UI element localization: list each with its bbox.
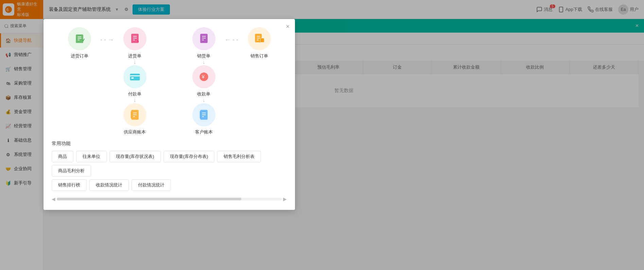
payment-bill-label: 付款单 (128, 91, 141, 97)
purchase-order-label: 进货订单 (71, 53, 88, 59)
down-arrow-1 (58, 59, 100, 65)
common-functions-section: 常用功能 商品 往来单位 现存量(库存状况表) 现存量(库存分布表) 销售毛利分… (52, 141, 287, 191)
flow-customer-ledger[interactable]: 客户账本 (183, 103, 225, 135)
scrollbar-thumb (57, 198, 241, 200)
common-btn-sales-profit[interactable]: 销售毛利分析表 (217, 151, 261, 162)
arrow-sales-order-to-bill: ← - - (225, 36, 238, 50)
flow-gap-1 (156, 40, 183, 47)
flow-purchase-bill[interactable]: 进货单 (114, 27, 156, 59)
flow-sales-bill[interactable]: 销货单 (183, 27, 225, 59)
modal-scrollbar-container: ◀ ▶ (52, 196, 287, 202)
svg-rect-34 (130, 74, 140, 80)
flow-receipt-bill[interactable]: ¥ 收款单 (183, 65, 225, 97)
common-btn-payment-stats[interactable]: 付款情况统计 (132, 179, 171, 191)
modal-close-button[interactable]: × (286, 23, 290, 30)
common-btn-stock-status[interactable]: 现存量(库存状况表) (109, 151, 161, 162)
down-arrow-2: ↓ (114, 59, 156, 65)
receipt-bill-label: 收款单 (197, 91, 210, 97)
svg-rect-33 (260, 38, 264, 42)
supplier-ledger-icon (123, 103, 146, 126)
receipt-bill-icon: ¥ (192, 65, 215, 88)
arrow-purchase-order-to-bill: - - → (100, 36, 114, 50)
common-btn-product[interactable]: 商品 (52, 151, 73, 162)
common-btn-stock-dist[interactable]: 现存量(库存分布表) (163, 151, 215, 162)
common-buttons-row1: 商品 往来单位 现存量(库存状况表) 现存量(库存分布表) 销售毛利分析表 商品… (52, 151, 287, 177)
purchase-bill-icon (123, 27, 146, 50)
modal-overlay[interactable]: × 进货订单 - - → 进货单 (0, 0, 644, 270)
quick-nav-modal: × 进货订单 - - → 进货单 (43, 19, 295, 210)
svg-rect-40 (130, 111, 132, 119)
flow-supplier-ledger[interactable]: 供应商账本 (114, 103, 156, 135)
scrollbar-track[interactable] (57, 198, 282, 200)
svg-text:¥: ¥ (201, 74, 205, 79)
supplier-ledger-label: 供应商账本 (124, 129, 146, 135)
flow-payment-bill[interactable]: 付款单 (114, 65, 156, 97)
sales-bill-icon (192, 27, 215, 50)
purchase-bill-label: 进货单 (128, 53, 141, 59)
sales-order-label: 销售订单 (250, 53, 268, 59)
common-btn-product-profit[interactable]: 商品毛利分析 (52, 165, 91, 177)
scroll-left-button[interactable]: ◀ (52, 196, 55, 202)
payment-bill-icon (123, 65, 146, 88)
down-arrow-4: ↓ (114, 97, 156, 103)
purchase-order-icon (68, 27, 91, 50)
svg-rect-36 (131, 77, 134, 79)
customer-ledger-label: 客户账本 (195, 129, 213, 135)
common-buttons-row2: 销售排行榜 收款情况统计 付款情况统计 (52, 179, 287, 191)
svg-rect-45 (199, 111, 201, 119)
down-arrow-3: ↓ (183, 59, 225, 65)
common-btn-counterpart[interactable]: 往来单位 (76, 151, 107, 162)
down-arrow-5: ↓ (183, 97, 225, 103)
sales-order-icon (248, 27, 271, 50)
sales-bill-label: 销货单 (197, 53, 210, 59)
common-section-title: 常用功能 (52, 141, 287, 147)
flow-purchase-order[interactable]: 进货订单 (58, 27, 100, 59)
scroll-right-button[interactable]: ▶ (283, 196, 287, 202)
common-btn-receipt-stats[interactable]: 收款情况统计 (89, 179, 129, 191)
common-btn-sales-rank[interactable]: 销售排行榜 (52, 179, 87, 191)
customer-ledger-icon (192, 103, 215, 126)
flow-sales-order[interactable]: 销售订单 (238, 27, 280, 59)
